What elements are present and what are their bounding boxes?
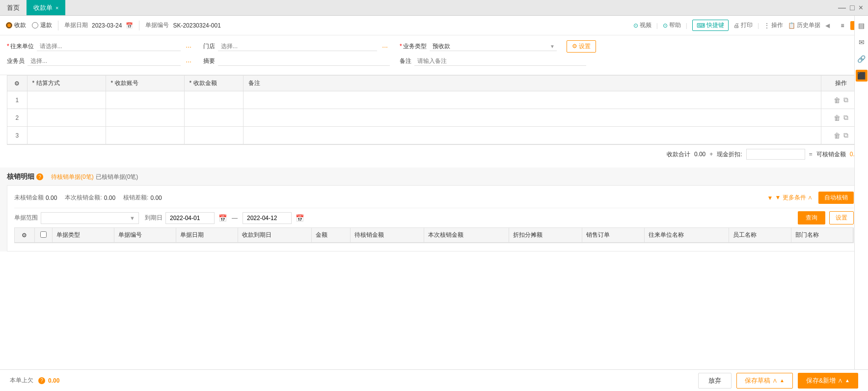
table-row: 3 🗑 ⧉ xyxy=(7,127,861,144)
sidebar-table-icon[interactable]: ▤ xyxy=(856,20,868,31)
pending-tab[interactable]: 待核销单据(0笔) xyxy=(51,173,94,181)
auto-verify-button[interactable]: 自动核销 xyxy=(818,192,854,204)
bottom-info-icon[interactable]: ? xyxy=(38,377,45,384)
delete-icon-1[interactable]: 🗑 xyxy=(834,96,841,104)
th-note: 备注 xyxy=(243,76,821,91)
prev-label: 本单上欠 xyxy=(10,376,33,385)
diff-value: 0.00 xyxy=(150,195,162,201)
total-value: 0.00 xyxy=(694,151,705,158)
delete-icon-2[interactable]: 🗑 xyxy=(834,114,841,122)
abandon-button[interactable]: 放弃 xyxy=(698,373,732,389)
shortcut-btn[interactable]: ⌨ 快捷键 xyxy=(692,20,729,31)
th-settle: * 结算方式 xyxy=(27,76,106,91)
row-note-1[interactable] xyxy=(243,91,821,109)
section-header: 核销明细 ? 待核销单据(0笔) 已核销单据(0笔) xyxy=(7,172,861,185)
current-stat: 本次核销金额: 0.00 xyxy=(65,194,115,202)
row-op-icons-1: 🗑 ⧉ xyxy=(826,96,855,104)
row-settle-3[interactable] xyxy=(27,127,106,144)
store-label: 门店 xyxy=(203,42,215,51)
sidebar-link-icon[interactable]: 🔗 xyxy=(856,53,868,65)
business-type-dropdown[interactable]: 预收款 xyxy=(430,42,557,51)
toolbar-right-group: ⊙ 视频 | ⊙ 帮助 | ⌨ 快捷键 🖨 打印 | ⋮ 操作 xyxy=(633,20,862,31)
due-date-field: 到期日 📅 — 📅 xyxy=(145,212,304,224)
th-gear[interactable]: ⚙ xyxy=(7,76,27,91)
info-icon[interactable]: ? xyxy=(36,173,43,180)
detail-th-current: 本次核销金额 xyxy=(424,228,509,243)
range-label: 单据范围 xyxy=(14,214,38,222)
business-type-select[interactable]: 预收款 ▼ xyxy=(430,42,557,51)
date-from-input[interactable] xyxy=(165,212,215,224)
layout-list-icon[interactable]: ≡ xyxy=(837,21,848,30)
section-title: 核销明细 xyxy=(7,172,34,181)
th-amount: * 收款金额 xyxy=(184,76,243,91)
radio-refund[interactable]: 退款 xyxy=(32,21,52,29)
row-account-1[interactable] xyxy=(106,91,184,109)
note-input[interactable] xyxy=(414,56,586,66)
table-row: 2 🗑 ⧉ xyxy=(7,109,861,127)
row-account-2[interactable] xyxy=(106,109,184,127)
operations-btn[interactable]: ⋮ 操作 xyxy=(764,21,783,29)
row-amount-1[interactable] xyxy=(184,91,243,109)
copy-icon-2[interactable]: ⧉ xyxy=(843,113,848,122)
business-type-field: *业务类型 预收款 ▼ xyxy=(400,42,557,51)
copy-icon-1[interactable]: ⧉ xyxy=(843,96,848,104)
summary-input[interactable] xyxy=(218,56,390,66)
radio-receipt[interactable]: 收款 xyxy=(6,21,26,29)
save-draft-button[interactable]: 保存草稿 ∧ ▲ xyxy=(736,373,793,389)
maximize-icon[interactable]: □ xyxy=(850,3,855,12)
detail-th-discount: 折扣分摊额 xyxy=(509,228,582,243)
unchecked-value: 0.00 xyxy=(46,195,57,201)
salesman-label: 业务员 xyxy=(7,57,25,65)
help-btn[interactable]: ⊙ 帮助 xyxy=(663,21,681,29)
bottom-right: 放弃 保存草稿 ∧ ▲ 保存&新增 ∧ ▲ xyxy=(698,373,858,389)
store-input[interactable] xyxy=(218,42,377,51)
sidebar-screen-icon[interactable]: ⬛ xyxy=(856,70,868,82)
calendar-icon[interactable]: 📅 xyxy=(126,22,133,29)
counterpart-more-icon[interactable]: ··· xyxy=(184,43,193,51)
salesman-field: 业务员 ··· xyxy=(7,56,193,66)
row-note-2[interactable] xyxy=(243,109,821,127)
tab-close-icon[interactable]: × xyxy=(55,5,58,11)
store-more-icon[interactable]: ··· xyxy=(380,43,390,51)
row-note-3[interactable] xyxy=(243,127,821,144)
discount-input[interactable] xyxy=(746,149,805,160)
select-all-checkbox[interactable] xyxy=(40,231,47,238)
history-btn[interactable]: 📋 历史单据 xyxy=(788,21,820,29)
row-num-1: 1 xyxy=(7,91,27,109)
row-op-icons-2: 🗑 ⧉ xyxy=(826,113,855,122)
salesman-more-icon[interactable]: ··· xyxy=(184,57,193,65)
cal-to-icon[interactable]: 📅 xyxy=(296,214,304,222)
save-new-button[interactable]: 保存&新增 ∧ ▲ xyxy=(798,373,858,389)
detail-th-date: 单据日期 xyxy=(176,228,238,243)
minimize-icon[interactable]: — xyxy=(838,3,846,12)
cal-from-icon[interactable]: 📅 xyxy=(218,214,227,222)
diff-stat: 核销差额: 0.00 xyxy=(123,194,162,202)
row-amount-2[interactable] xyxy=(184,109,243,127)
date-to-input[interactable] xyxy=(243,212,292,224)
tab-active[interactable]: 收款单 × xyxy=(27,0,65,15)
print-btn[interactable]: 🖨 打印 xyxy=(733,21,753,29)
nav-left-icon[interactable]: ◀ xyxy=(825,22,830,29)
sidebar-mail-icon[interactable]: ✉ xyxy=(856,36,868,48)
delete-icon-3[interactable]: 🗑 xyxy=(834,132,841,140)
range-select[interactable] xyxy=(41,212,139,224)
calc-row: 收款合计 0.00 + 现金折扣: = 可核销金额 0.00 xyxy=(0,145,868,164)
copy-icon-3[interactable]: ⧉ xyxy=(843,131,848,140)
row-settle-1[interactable] xyxy=(27,91,106,109)
tab-home[interactable]: 首页 xyxy=(0,0,27,15)
row-settle-2[interactable] xyxy=(27,109,106,127)
salesman-input[interactable] xyxy=(27,56,181,66)
done-tab[interactable]: 已核销单据(0笔) xyxy=(96,173,138,181)
row-amount-3[interactable] xyxy=(184,127,243,144)
counterpart-input[interactable] xyxy=(37,42,181,51)
more-filter-btn[interactable]: ▼ ▼ 更多条件 ∧ xyxy=(767,194,813,202)
detail-th-gear[interactable]: ⚙ xyxy=(15,228,34,243)
settings-button[interactable]: ⚙ 设置 xyxy=(567,40,596,53)
query-button[interactable]: 查询 xyxy=(798,211,825,224)
bottom-bar: 本单上欠 ? 0.00 放弃 保存草稿 ∧ ▲ 保存&新增 ∧ ▲ xyxy=(0,369,868,391)
row-account-3[interactable] xyxy=(106,127,184,144)
close-icon[interactable]: × xyxy=(859,3,863,12)
set-button[interactable]: 设置 xyxy=(829,211,854,224)
table-row: 1 🗑 ⧉ xyxy=(7,91,861,109)
video-btn[interactable]: ⊙ 视频 xyxy=(633,21,651,29)
